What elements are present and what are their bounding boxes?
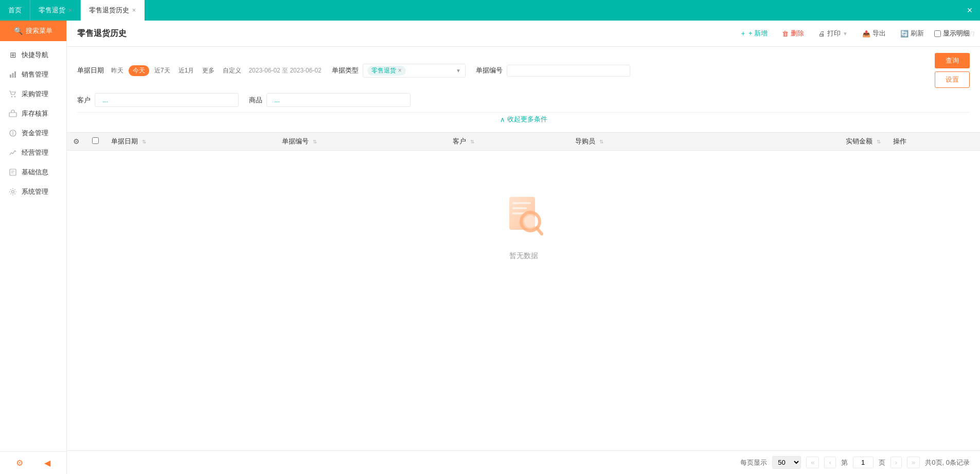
query-button[interactable]: 查询: [935, 53, 970, 68]
sidebar-item-label: 销售管理: [22, 70, 48, 79]
sidebar-item-sales[interactable]: 销售管理: [0, 65, 66, 84]
sidebar-item-finance[interactable]: 资金管理: [0, 123, 66, 143]
col-settings: ⚙: [67, 133, 86, 151]
first-page-button[interactable]: «: [806, 457, 819, 468]
sidebar-item-label: 采购管理: [22, 89, 48, 99]
sidebar-item-operation[interactable]: 经营管理: [0, 143, 66, 162]
refresh-button[interactable]: 🔄 刷新: [896, 27, 928, 40]
sidebar-search[interactable]: 🔍 搜索菜单: [0, 21, 66, 41]
doc-no-label: 单据编号: [476, 66, 503, 75]
collapse-label: 收起更多条件: [507, 115, 547, 124]
page-header: 零售退货历史 ＋ + 新增 🗑 删除 🖨 打印 ▼ 📤 导出: [67, 21, 980, 47]
sidebar-item-quick-nav[interactable]: ⊞ 快捷导航: [0, 45, 66, 65]
col-doc-no: 单据编号 ⇅: [276, 133, 447, 151]
sidebar: 🔍 搜索菜单 ⊞ 快捷导航 销售管理 采购管理: [0, 21, 67, 474]
col-date: 单据日期 ⇅: [105, 133, 276, 151]
window-close-button[interactable]: ×: [959, 0, 980, 21]
add-button[interactable]: ＋ + 新增: [736, 27, 772, 40]
collapse-sidebar-icon[interactable]: ◀: [44, 458, 50, 468]
table-area: ⚙ 单据日期 ⇅ 单据编号 ⇅: [67, 133, 980, 450]
date-opt-1month[interactable]: 近1月: [175, 65, 198, 76]
customer-ellipsis[interactable]: ...: [99, 95, 111, 105]
sidebar-item-inventory[interactable]: 库存核算: [0, 104, 66, 123]
customer-select[interactable]: ...: [95, 93, 239, 107]
page-input[interactable]: 1: [853, 457, 874, 468]
col-action-label: 操作: [893, 137, 906, 145]
finance-icon: [8, 129, 17, 138]
next-page-button[interactable]: ›: [890, 457, 902, 468]
tab-home[interactable]: 首页: [0, 0, 30, 21]
col-date-sort-icon[interactable]: ⇅: [142, 139, 146, 144]
sidebar-item-label: 资金管理: [22, 129, 48, 138]
export-icon: 📤: [862, 30, 870, 38]
query-setting-group: 查询 设置: [935, 53, 970, 88]
page-label: 第: [841, 458, 848, 467]
svg-rect-5: [9, 113, 16, 117]
close-icon: ×: [967, 5, 973, 16]
system-icon: [8, 187, 17, 196]
last-page-button[interactable]: »: [907, 457, 920, 468]
settings-bottom-icon[interactable]: ⚙: [16, 458, 23, 468]
date-opt-today[interactable]: 今天: [129, 65, 149, 76]
svg-point-3: [11, 96, 12, 97]
sidebar-search-label: 搜索菜单: [26, 26, 52, 35]
setting-button[interactable]: 设置: [935, 71, 970, 88]
col-actual-amount-label: 实销金额: [846, 137, 872, 145]
date-opt-custom[interactable]: 自定义: [220, 65, 244, 76]
collapse-filter-button[interactable]: ∧ 收起更多条件: [77, 112, 970, 126]
date-opt-yesterday[interactable]: 昨天: [108, 65, 127, 76]
doc-no-input[interactable]: [507, 65, 630, 77]
export-button[interactable]: 📤 导出: [858, 27, 890, 40]
sidebar-item-basic[interactable]: 基础信息: [0, 162, 66, 182]
doc-type-filter: 单据类型 零售退货 × ▼: [332, 64, 466, 78]
tab-retail-return-history[interactable]: 零售退货历史 ×: [81, 0, 145, 21]
total-info: 共0页, 0条记录: [925, 458, 970, 467]
data-table: ⚙ 单据日期 ⇅ 单据编号 ⇅: [67, 133, 980, 302]
empty-state-icon: [498, 192, 549, 243]
per-page-label: 每页显示: [740, 458, 767, 467]
prev-page-button[interactable]: ‹: [824, 457, 835, 468]
date-opt-7days[interactable]: 近7天: [151, 65, 173, 76]
sidebar-item-system[interactable]: 系统管理: [0, 182, 66, 202]
svg-rect-2: [14, 71, 16, 78]
empty-state-row: 暂无数据: [67, 151, 980, 302]
sales-icon: [8, 70, 17, 79]
add-icon: ＋: [740, 29, 746, 38]
doc-type-tag-close[interactable]: ×: [398, 67, 402, 74]
per-page-select[interactable]: 50 10 20 100: [772, 456, 801, 469]
delete-button[interactable]: 🗑 删除: [778, 27, 808, 40]
delete-icon: 🗑: [782, 30, 789, 38]
tab-retail-return[interactable]: 零售退货 ×: [30, 0, 81, 21]
goods-ellipsis[interactable]: ...: [271, 95, 283, 105]
goods-select[interactable]: ...: [266, 93, 411, 107]
refresh-icon: 🔄: [900, 30, 908, 38]
tab-retail-return-close[interactable]: ×: [68, 7, 72, 14]
sidebar-bottom: ⚙ ◀: [0, 451, 66, 474]
show-detail-input[interactable]: [934, 30, 941, 37]
col-guide-label: 导购员: [575, 137, 595, 145]
col-customer-sort-icon[interactable]: ⇅: [470, 139, 474, 144]
col-customer-label: 客户: [453, 137, 466, 145]
col-amount-sort-icon[interactable]: ⇅: [877, 139, 881, 144]
select-all-checkbox[interactable]: [92, 137, 99, 144]
col-guide-sort-icon[interactable]: ⇅: [599, 139, 603, 144]
table-settings-icon[interactable]: ⚙: [73, 137, 80, 145]
page-suffix: 页: [879, 458, 885, 467]
print-button[interactable]: 🖨 打印 ▼: [814, 27, 852, 40]
col-guide: 导购员 ⇅: [569, 133, 716, 151]
show-detail-checkbox[interactable]: 显示明细: [934, 29, 970, 38]
sidebar-item-purchase[interactable]: 采购管理: [0, 84, 66, 104]
table-header: ⚙ 单据日期 ⇅ 单据编号 ⇅: [67, 133, 980, 151]
date-opt-more[interactable]: 更多: [199, 65, 218, 76]
table-header-row: ⚙ 单据日期 ⇅ 单据编号 ⇅: [67, 133, 980, 151]
customer-label: 客户: [77, 96, 91, 105]
svg-point-8: [12, 191, 14, 193]
tab-retail-return-history-close[interactable]: ×: [132, 7, 136, 14]
print-dropdown-icon: ▼: [843, 31, 848, 37]
sidebar-item-label: 快捷导航: [22, 50, 48, 60]
tab-retail-return-history-label: 零售退货历史: [89, 6, 129, 15]
date-label: 单据日期: [77, 66, 104, 75]
doc-type-select[interactable]: 零售退货 × ▼: [363, 64, 466, 78]
export-label: 导出: [872, 29, 886, 38]
col-doc-no-sort-icon[interactable]: ⇅: [313, 139, 317, 144]
